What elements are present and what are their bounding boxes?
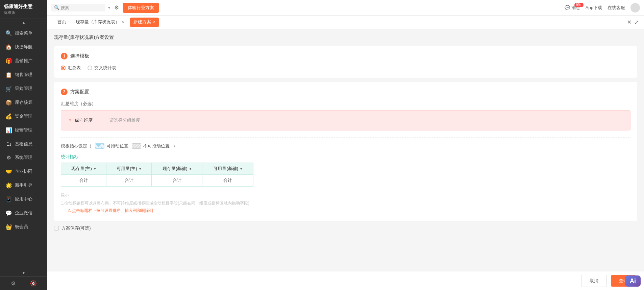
col-chevron-2: ▾ [190, 167, 192, 171]
sound-icon[interactable]: 🔇 [30, 280, 37, 287]
step2-number: 2 [61, 89, 68, 95]
col-dropdown-2[interactable]: 现存量(基辅) ▾ [157, 166, 197, 172]
ai-badge[interactable]: Ai [625, 275, 641, 287]
sidebar-footer: ⚙ 🔇 [0, 276, 47, 290]
sidebar-item-operations[interactable]: 📊经营管理 [0, 123, 47, 137]
tab-close-inventory[interactable]: × [122, 20, 124, 24]
sidebar-nav: 🔍搜索菜单🏠快捷导航🎁营销推广📋销售管理🛒采购管理📦库存核算💰资金管理📊经营管理… [0, 26, 47, 269]
sidebar-icon-enterprise: 🤝 [5, 168, 12, 175]
col-header-2[interactable]: 现存量(基辅) ▾ [152, 163, 202, 175]
cell-0-0: 合计 [61, 175, 106, 187]
sidebar-item-finance[interactable]: 💰资金管理 [0, 110, 47, 123]
save-checkbox[interactable] [54, 226, 59, 231]
app-download-link[interactable]: App下载 [586, 5, 602, 11]
page-title: 现存量(库存状况表)方案设置 [54, 34, 637, 41]
search-chevron-icon[interactable]: ▾ [108, 5, 110, 10]
message-notif[interactable]: 💬 消息 99+ [565, 5, 580, 11]
sidebar-icon-purchase: 🛒 [5, 86, 12, 92]
sidebar-label-system: 系统管理 [15, 154, 32, 161]
sidebar-label-member: 畅会员 [15, 224, 28, 230]
cell-0-2: 合计 [152, 175, 202, 187]
drag-indicator: 可拖动位置 [95, 143, 128, 149]
step2-card: 2 方案配置 汇总维度（必选） * 纵向维度 —— 请选择分组维度 模板指标设定… [54, 82, 637, 221]
template-setting-header: 模板指标设定（ 可拖动位置 不可拖动位置 ） [61, 143, 630, 149]
sidebar-label-marketing: 营销推广 [15, 58, 32, 64]
radio-cross[interactable]: 交叉统计表 [88, 65, 116, 71]
sidebar-item-sales[interactable]: 📋销售管理 [0, 68, 47, 82]
sidebar-item-marketing[interactable]: 🎁营销推广 [0, 54, 47, 68]
col-chevron-0: ▾ [94, 167, 96, 171]
radio-summary-circle [61, 66, 66, 70]
save-option: 方案保存(可选) [54, 225, 637, 231]
tab-new-scheme[interactable]: 新建方案 × [130, 18, 159, 27]
sidebar-item-enterprise-wechat[interactable]: 💬企业微信 [0, 206, 47, 220]
radio-summary[interactable]: 汇总表 [61, 65, 81, 71]
sidebar-icon-system: ⚙ [5, 154, 12, 161]
template-setting-end: ） [173, 143, 177, 149]
col-dropdown-1[interactable]: 可用量(主) ▾ [112, 166, 146, 172]
col-dropdown-3[interactable]: 可用量(基辅) ▾ [208, 166, 248, 172]
tips-item-1: 2. 点击标题栏下拉可设置排序、插入列和删除列 [61, 207, 630, 215]
sidebar-scroll-up[interactable]: ▲ [0, 19, 47, 26]
tabs-right-controls: ✕ ⤢ [627, 19, 639, 25]
sidebar-label-search-menu: 搜索菜单 [15, 30, 32, 36]
sidebar-item-app-center[interactable]: 📱应用中心 [0, 192, 47, 206]
search-box[interactable]: 🔍 [51, 4, 105, 11]
sidebar-icon-operations: 📊 [5, 127, 12, 134]
col-dropdown-0[interactable]: 现存量(主) ▾ [67, 166, 101, 172]
tab-close-new-scheme[interactable]: × [153, 20, 155, 24]
sidebar-item-basics[interactable]: 🗂基础信息 [0, 137, 47, 151]
dimension-box[interactable]: * 纵向维度 —— 请选择分组维度 [61, 110, 630, 130]
no-drag-indicator: 不可拖动位置 [132, 143, 170, 149]
radio-cross-circle [88, 66, 92, 70]
sidebar-item-new-guide[interactable]: 🌟新手引导 [0, 178, 47, 192]
tab-home[interactable]: 首页 [53, 16, 71, 28]
cancel-button[interactable]: 取消 [581, 275, 607, 287]
stats-row: 合计 合计 合计 合计 [61, 175, 253, 187]
topbar-right: 💬 消息 99+ App下载 在线客服 [565, 3, 640, 13]
sidebar-item-purchase[interactable]: 🛒采购管理 [0, 82, 47, 96]
sidebar-icon-sales: 📋 [5, 72, 12, 78]
bottom-bar: 取消 查询 [47, 271, 644, 290]
sidebar-item-inventory[interactable]: 📦库存核算 [0, 96, 47, 110]
tab-expand-icon[interactable]: ⤢ [634, 19, 639, 25]
tips-item-0: 1.拖动标题栏可以调整布局，不可跨维度或指标区域拖动栏目字段(只能在同一维度或指… [61, 200, 630, 207]
sidebar-item-search-menu[interactable]: 🔍搜索菜单 [0, 26, 47, 40]
sidebar-item-quick-nav[interactable]: 🏠快捷导航 [0, 40, 47, 54]
sidebar-icon-quick-nav: 🏠 [5, 44, 12, 50]
tab-inventory-status[interactable]: 现存量（库存状况表） × [71, 16, 129, 28]
drag-label: 可拖动位置 [106, 143, 128, 149]
no-drag-box-icon [132, 143, 141, 149]
step2-header: 2 方案配置 [61, 89, 630, 95]
template-setting-section: 模板指标设定（ 可拖动位置 不可拖动位置 ） 统计指标 [61, 137, 630, 214]
user-avatar[interactable] [630, 3, 640, 13]
topbar-gear-icon[interactable]: ⚙ [114, 4, 119, 11]
col-header-1[interactable]: 可用量(主) ▾ [106, 163, 152, 175]
dimension-name: 纵向维度 [75, 117, 93, 123]
sidebar-icon-basics: 🗂 [5, 141, 12, 147]
sidebar-item-member[interactable]: 👑畅会员 [0, 220, 47, 234]
col-header-0[interactable]: 现存量(主) ▾ [61, 163, 106, 175]
content-area: 现存量(库存状况表)方案设置 1 选择模板 汇总表 交叉统计表 2 [47, 29, 644, 271]
sidebar-label-operations: 经营管理 [15, 127, 32, 133]
template-radio-group: 汇总表 交叉统计表 [61, 65, 630, 71]
step1-label: 选择模板 [70, 53, 89, 59]
industry-btn[interactable]: 体验行业方案 [123, 3, 159, 13]
settings-icon[interactable]: ⚙ [11, 280, 16, 287]
col-header-3[interactable]: 可用量(基辅) ▾ [202, 163, 253, 175]
tab-close-icon[interactable]: ✕ [627, 19, 631, 25]
stats-section-label: 统计指标 [61, 154, 630, 160]
search-input[interactable] [61, 5, 101, 10]
online-service-link[interactable]: 在线客服 [608, 5, 625, 11]
sidebar-label-basics: 基础信息 [15, 141, 32, 147]
step1-number: 1 [61, 53, 68, 59]
sidebar-icon-finance: 💰 [5, 113, 12, 120]
topbar: 🔍 ▾ ⚙ 体验行业方案 💬 消息 99+ App下载 在线客服 [47, 0, 644, 16]
tab-bar: 首页 现存量（库存状况表） × 新建方案 × ✕ ⤢ [47, 16, 644, 29]
sidebar-scroll-down[interactable]: ▼ [0, 269, 47, 276]
sidebar-item-enterprise[interactable]: 🤝企业协同 [0, 165, 47, 178]
sidebar-item-system[interactable]: ⚙系统管理 [0, 151, 47, 165]
cell-0-3: 合计 [202, 175, 253, 187]
tips-title: 提示： [61, 192, 630, 198]
sidebar-label-finance: 资金管理 [15, 113, 32, 119]
